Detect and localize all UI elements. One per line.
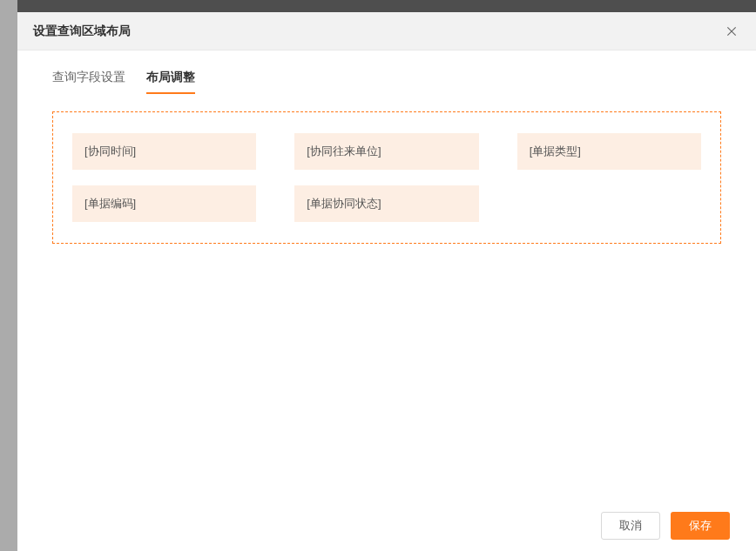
field-block-collab-unit[interactable]: [协同往来单位] <box>294 133 478 170</box>
modal-dialog: 设置查询区域布局 查询字段设置 布局调整 [协同时间] [协同往来单位] [单据… <box>17 12 756 551</box>
field-block-collab-time[interactable]: [协同时间] <box>72 133 256 170</box>
tab-layout-adjust[interactable]: 布局调整 <box>146 70 195 94</box>
layout-area: [协同时间] [协同往来单位] [单据类型] [单据编码] [单据协同状态] <box>52 111 721 244</box>
modal-footer: 取消 保存 <box>17 501 756 551</box>
cancel-button[interactable]: 取消 <box>601 512 660 540</box>
tabs: 查询字段设置 布局调整 <box>52 70 721 94</box>
save-button[interactable]: 保存 <box>671 512 730 540</box>
field-label: [单据类型] <box>530 144 581 159</box>
field-label: [协同往来单位] <box>307 144 381 159</box>
field-label: [单据协同状态] <box>307 196 381 212</box>
tab-query-field-settings[interactable]: 查询字段设置 <box>52 70 125 94</box>
field-block-collab-status[interactable]: [单据协同状态] <box>294 185 478 222</box>
modal-header: 设置查询区域布局 <box>17 12 756 50</box>
field-label: [单据编码] <box>84 196 136 212</box>
close-icon <box>726 25 738 37</box>
layout-grid: [协同时间] [协同往来单位] [单据类型] [单据编码] [单据协同状态] <box>72 133 701 222</box>
modal-body: 查询字段设置 布局调整 [协同时间] [协同往来单位] [单据类型] [单据编码… <box>17 50 756 501</box>
field-block-doc-type[interactable]: [单据类型] <box>517 133 701 170</box>
field-label: [协同时间] <box>84 144 136 159</box>
modal-title: 设置查询区域布局 <box>33 24 131 39</box>
field-block-doc-code[interactable]: [单据编码] <box>72 185 256 222</box>
close-button[interactable] <box>723 23 740 40</box>
